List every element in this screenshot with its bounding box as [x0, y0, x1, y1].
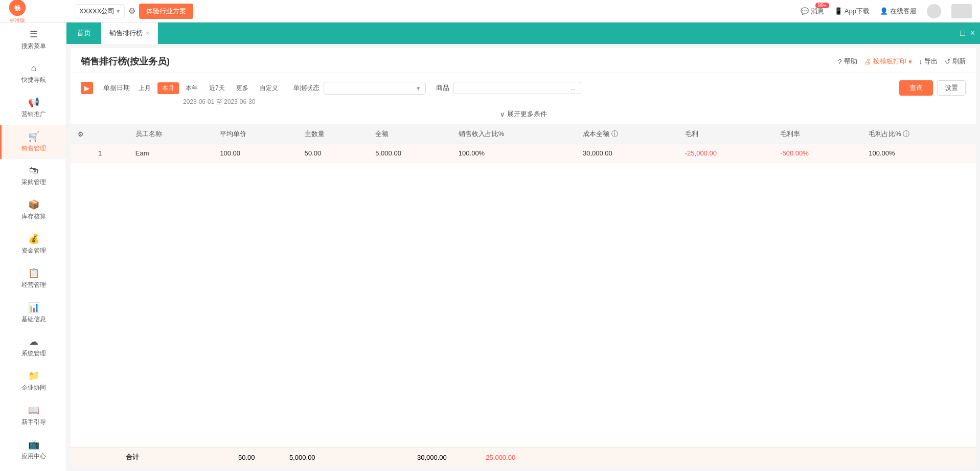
svg-text:畅: 畅: [14, 5, 20, 11]
col-rank: [91, 124, 128, 144]
message-icon: 💬: [801, 7, 809, 15]
company-selector[interactable]: XXXXX公司 ▾: [75, 4, 125, 18]
main-layout: ☰ 搜索菜单 ⌂ 快捷导航 📢 营销推广 🛒 销售管理 🛍 采购管理 📦 库存核…: [0, 23, 980, 471]
purchase-icon: 🛍: [29, 165, 38, 176]
app-download-btn[interactable]: 📱 App下载: [834, 7, 870, 16]
sidebar-item-system[interactable]: ☁ 系统管理: [0, 330, 66, 364]
date-filter-label: 单据日期: [103, 83, 130, 93]
col-gross-profit: 毛利: [678, 124, 773, 144]
system-icon: ☁: [29, 336, 38, 347]
online-service-btn[interactable]: 👤 在线客服: [880, 7, 917, 16]
cell-cost-amount: 30,000.00: [576, 144, 678, 163]
sidebar-label-enterprise: 企业协同: [21, 384, 46, 392]
date-pill-this-month[interactable]: 本月: [157, 82, 179, 94]
print-btn[interactable]: 🖨 按模板打印 ▾: [864, 57, 912, 66]
export-btn[interactable]: ↓ 导出: [919, 57, 938, 66]
tab-sales-ranking-label: 销售排行榜: [109, 29, 143, 38]
sidebar-item-marketing[interactable]: 📢 营销推广: [0, 91, 66, 125]
tab-sales-ranking[interactable]: 销售排行榜 ×: [101, 23, 158, 44]
inventory-icon: 📦: [28, 199, 39, 210]
app-logo-icon: 畅: [8, 0, 27, 17]
status-select[interactable]: ▾: [324, 82, 426, 95]
sidebar-item-app-center[interactable]: 📺 应用中心: [0, 433, 66, 467]
goods-select[interactable]: ...: [453, 82, 581, 94]
sidebar-label-purchase: 采购管理: [21, 178, 46, 187]
help-btn[interactable]: ? 帮助: [838, 57, 857, 66]
company-selector-arrow: ▾: [117, 7, 120, 15]
sidebar-label-basics: 基础信息: [21, 315, 46, 324]
footer-amount: 5,000.00: [282, 454, 344, 461]
settings-icon[interactable]: ⚙: [125, 4, 139, 18]
col-gross-pct: 毛利占比% ⓘ: [861, 124, 976, 144]
tab-maximize-icon[interactable]: □: [960, 29, 965, 38]
filter-date: 单据日期 上月 本月 本年 近7天 更多 自定义: [103, 82, 283, 94]
trial-button[interactable]: 体验行业方案: [139, 4, 193, 19]
guide-icon: 📖: [28, 405, 39, 416]
enterprise-icon: 📁: [28, 370, 39, 382]
expand-down-icon: ∨: [500, 110, 505, 118]
cell-gross-rate: -500.00%: [773, 144, 861, 163]
expand-more-btn[interactable]: ∨ 展开更多条件: [81, 109, 966, 119]
date-pill-this-year[interactable]: 本年: [181, 82, 202, 94]
sidebar-item-quick-nav[interactable]: ⌂ 快捷导航: [0, 57, 66, 91]
top-bar-right: 💬 消息 99+ 📱 App下载 👤 在线客服: [801, 4, 972, 18]
sales-icon: 🛒: [28, 131, 39, 142]
tab-bar: 首页 销售排行榜 × □ ×: [66, 23, 980, 44]
message-btn[interactable]: 💬 消息 99+: [801, 7, 824, 16]
avatar[interactable]: [927, 4, 941, 18]
sidebar-item-guide[interactable]: 📖 新手引导: [0, 398, 66, 433]
goods-more-btn[interactable]: ...: [571, 84, 576, 92]
sidebar-item-sales[interactable]: 🛒 销售管理: [0, 125, 66, 159]
settings-button[interactable]: 设置: [937, 80, 966, 96]
sidebar-item-inventory[interactable]: 📦 库存核算: [0, 193, 66, 227]
page-header-actions: ? 帮助 🖨 按模板打印 ▾ ↓ 导出 ↺ 刷新: [838, 57, 966, 66]
operations-icon: 📋: [28, 267, 39, 279]
export-icon: ↓: [919, 58, 923, 65]
company-name: XXXXX公司: [79, 7, 115, 16]
sidebar-label-inventory: 库存核算: [21, 212, 46, 221]
footer-quantity: 50.00: [231, 454, 282, 461]
sidebar-item-basics[interactable]: 📊 基础信息: [0, 296, 66, 330]
tab-home[interactable]: 首页: [66, 23, 101, 44]
cell-avg-price: 100.00: [213, 144, 297, 163]
tab-close-icon[interactable]: ×: [146, 30, 149, 37]
search-button[interactable]: 查询: [899, 80, 933, 96]
filter-expand-arrow[interactable]: ▶: [81, 82, 93, 94]
user-name-area[interactable]: [951, 4, 972, 18]
page-header: 销售排行榜(按业务员) ? 帮助 🖨 按模板打印 ▾ ↓ 导出: [71, 48, 976, 73]
page-title: 销售排行榜(按业务员): [81, 55, 170, 68]
cell-gross-profit: -25,000.00: [678, 144, 773, 163]
sidebar-item-wechat[interactable]: 💬 企业微信: [0, 467, 66, 471]
cell-quantity: 50.00: [298, 144, 369, 163]
quick-nav-icon: ⌂: [31, 63, 37, 74]
status-select-arrow: ▾: [417, 84, 420, 92]
footer-cost-amount: 30,000.00: [410, 454, 476, 461]
logo-area: 畅 标准版: [8, 0, 75, 24]
date-pill-custom[interactable]: 自定义: [255, 82, 283, 94]
sidebar-label-finance: 资金管理: [21, 246, 46, 255]
date-pill-last-month[interactable]: 上月: [134, 82, 155, 94]
filter-goods: 商品 ...: [436, 82, 581, 94]
filter-row-main: ▶ 单据日期 上月 本月 本年 近7天 更多 自定义: [81, 80, 966, 96]
col-settings[interactable]: ⚙: [71, 124, 91, 144]
date-pill-7days[interactable]: 近7天: [204, 82, 230, 94]
date-pill-more[interactable]: 更多: [232, 82, 253, 94]
sidebar-item-finance[interactable]: 💰 资金管理: [0, 227, 66, 261]
help-label: 帮助: [844, 57, 857, 66]
page-content: 销售排行榜(按业务员) ? 帮助 🖨 按模板打印 ▾ ↓ 导出: [71, 48, 976, 467]
message-badge: 99+: [815, 3, 829, 8]
table-row: 1 Eam 100.00 50.00 5,000.00 100.00% 30,0…: [71, 144, 976, 163]
app-download-icon: 📱: [834, 7, 842, 15]
table-header-row: ⚙ 员工名称 平均单价 主数量 全额 销售收入占比% 成本全额 ⓘ 毛利 毛利率…: [71, 124, 976, 144]
sidebar-label-search: 搜索菜单: [21, 42, 46, 51]
sidebar-item-enterprise[interactable]: 📁 企业协同: [0, 364, 66, 398]
sidebar-item-search-orders[interactable]: ☰ 搜索菜单: [0, 23, 66, 57]
sidebar-item-operations[interactable]: 📋 经营管理: [0, 261, 66, 296]
online-service-icon: 👤: [880, 7, 888, 15]
sidebar-item-purchase[interactable]: 🛍 采购管理: [0, 159, 66, 193]
date-range-text: 2023-06-01 至 2023-06-30: [183, 98, 255, 105]
tab-close-window-icon[interactable]: ×: [970, 29, 975, 38]
col-cost-amount: 成本全额 ⓘ: [576, 124, 678, 144]
refresh-btn[interactable]: ↺ 刷新: [945, 57, 966, 66]
print-dropdown-icon: ▾: [908, 58, 912, 65]
